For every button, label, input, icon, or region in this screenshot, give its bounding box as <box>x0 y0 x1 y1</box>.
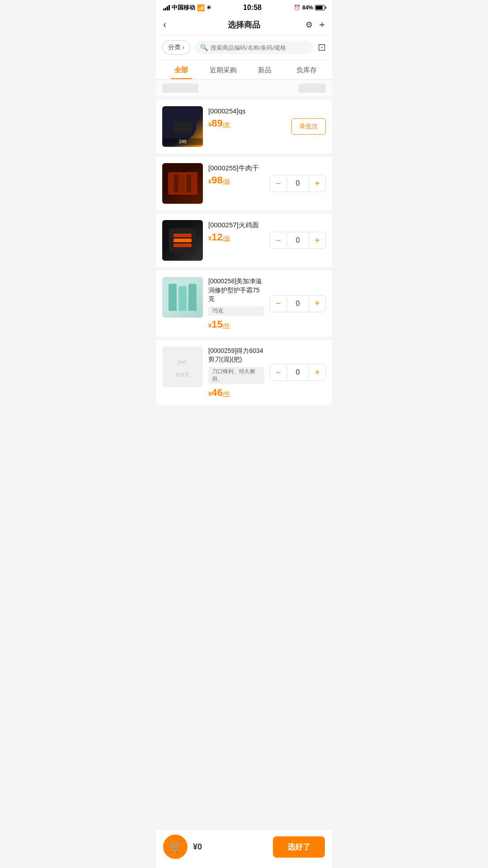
product-action-0000257: − 0 + <box>270 232 326 249</box>
confirm-button[interactable]: 选好了 <box>273 836 325 858</box>
search-icon: 🔍 <box>200 44 208 51</box>
product-image-0000259: ✂ 好生意 <box>162 347 203 387</box>
status-right: ⏰ 84% <box>294 5 325 11</box>
product-name: [0000255]牛肉干 <box>208 163 264 173</box>
product-price-0000259: ¥ 46 / 件 <box>208 387 264 399</box>
qty-decrease-button[interactable]: − <box>270 175 286 192</box>
product-list: 249 [0000254]qs ¥ 89 / 米 录批次 [0000255]牛肉… <box>156 100 332 405</box>
header-left: ‹ <box>163 19 185 31</box>
product-info-0000257: [0000257]火鸡面 ¥ 12 / 袋 <box>208 220 264 243</box>
status-left: 中国移动 📶 ✳ <box>163 4 211 12</box>
sync-icon: ✳ <box>206 5 211 11</box>
add-icon[interactable]: + <box>319 19 325 31</box>
cart-total: ¥0 <box>193 842 267 852</box>
list-item: [0000255]牛肉干 ¥ 98 / 袋 − 0 + <box>156 157 332 210</box>
back-button[interactable]: ‹ <box>163 19 166 31</box>
qty-increase-button[interactable]: + <box>309 232 325 249</box>
product-image-0000258 <box>162 277 203 318</box>
scan-button[interactable]: ⊡ <box>318 42 326 53</box>
battery-label: 84% <box>302 5 313 11</box>
cart-icon: 🛒 <box>169 840 182 853</box>
alarm-icon: ⏰ <box>294 5 300 11</box>
category-label: 分类 <box>168 43 181 52</box>
product-info-0000259: [0000259]得力6034剪刀(混)(把) 刀口锋利、经久耐用、 ¥ 46 … <box>208 347 264 399</box>
tab-recent[interactable]: 近期采购 <box>202 61 244 79</box>
tab-new[interactable]: 新品 <box>244 61 286 79</box>
qty-value: 0 <box>286 297 309 310</box>
qty-decrease-button[interactable]: − <box>270 296 286 312</box>
quantity-control-0000258: − 0 + <box>270 295 326 312</box>
product-info-0000258: [0000258]美加净滋润修护型护手霜75克 75克 ¥ 15 / 件 <box>208 277 264 330</box>
product-image-0000254: 249 <box>162 106 203 147</box>
product-price-0000257: ¥ 12 / 袋 <box>208 231 264 243</box>
product-info-0000255: [0000255]牛肉干 ¥ 98 / 袋 <box>208 163 264 186</box>
qty-value: 0 <box>286 177 309 190</box>
tabs-bar: 全部 近期采购 新品 负库存 <box>156 61 332 80</box>
header: ‹ 选择商品 ⚙ + <box>156 14 332 36</box>
quantity-control-0000257: − 0 + <box>270 232 326 249</box>
bottom-bar: 🛒 ¥0 选好了 <box>156 830 332 868</box>
qty-increase-button[interactable]: + <box>309 175 325 192</box>
product-name: [0000257]火鸡面 <box>208 220 264 230</box>
page-title: 选择商品 <box>185 19 303 30</box>
battery-icon <box>315 5 325 10</box>
partial-top-item <box>156 80 332 96</box>
product-price-0000258: ¥ 15 / 件 <box>208 319 264 330</box>
product-name: [0000259]得力6034剪刀(混)(把) <box>208 347 264 364</box>
product-name: [0000258]美加净滋润修护型护手霜75克 <box>208 277 264 304</box>
search-input-wrap: 🔍 <box>195 41 313 54</box>
list-item: [0000257]火鸡面 ¥ 12 / 袋 − 0 + <box>156 214 332 267</box>
qty-increase-button[interactable]: + <box>309 296 325 312</box>
qty-increase-button[interactable]: + <box>309 364 325 380</box>
qty-decrease-button[interactable]: − <box>270 232 286 249</box>
list-item: 249 [0000254]qs ¥ 89 / 米 录批次 <box>156 100 332 153</box>
category-button[interactable]: 分类 › <box>162 40 190 55</box>
product-image-0000255 <box>162 163 203 204</box>
product-price-0000254: ¥ 89 / 米 <box>208 117 286 129</box>
product-action-0000255: − 0 + <box>270 175 326 192</box>
status-bar: 中国移动 📶 ✳ 10:58 ⏰ 84% <box>156 0 332 14</box>
qty-decrease-button[interactable]: − <box>270 364 286 380</box>
list-item: ✂ 好生意 [0000259]得力6034剪刀(混)(把) 刀口锋利、经久耐用、… <box>156 340 332 405</box>
product-tag: 刀口锋利、经久耐用、 <box>208 367 264 384</box>
header-right: ⚙ + <box>303 19 325 31</box>
quantity-control-0000259: − 0 + <box>270 364 326 381</box>
product-name: [0000254]qs <box>208 106 286 116</box>
product-image-0000257 <box>162 220 203 261</box>
list-item: [0000258]美加净滋润修护型护手霜75克 75克 ¥ 15 / 件 − 0… <box>156 271 332 337</box>
product-action-0000254: 录批次 <box>291 118 326 135</box>
filter-icon[interactable]: ⚙ <box>305 20 313 30</box>
carrier-label: 中国移动 <box>172 4 195 12</box>
quantity-control-0000255: − 0 + <box>270 175 326 192</box>
status-time: 10:58 <box>243 4 262 12</box>
record-batch-button[interactable]: 录批次 <box>291 118 326 135</box>
product-action-0000258: − 0 + <box>270 295 326 312</box>
signal-icon <box>163 5 170 10</box>
tab-negative[interactable]: 负库存 <box>286 61 328 79</box>
product-price-0000255: ¥ 98 / 袋 <box>208 174 264 186</box>
cart-button[interactable]: 🛒 <box>163 835 188 859</box>
wifi-icon: 📶 <box>197 4 205 11</box>
tab-all[interactable]: 全部 <box>160 61 202 79</box>
qty-value: 0 <box>286 234 309 247</box>
qty-value: 0 <box>286 366 309 379</box>
product-info-0000254: [0000254]qs ¥ 89 / 米 <box>208 106 286 129</box>
search-input[interactable] <box>211 44 308 51</box>
chevron-right-icon: › <box>183 44 184 51</box>
product-tag: 75克 <box>208 306 264 316</box>
product-action-0000259: − 0 + <box>270 364 326 381</box>
search-section: 分类 › 🔍 ⊡ <box>156 36 332 61</box>
